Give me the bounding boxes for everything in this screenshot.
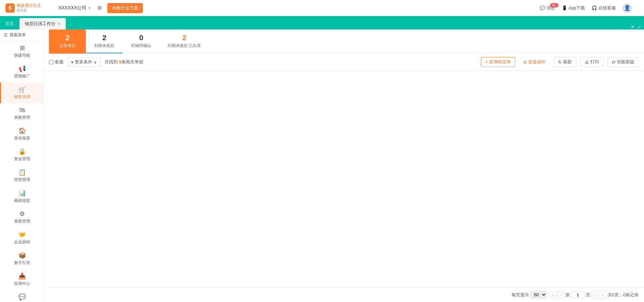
sidebar-item-label: 新手引导 xyxy=(14,260,30,266)
sidebar-item-label: 应用中心 xyxy=(14,281,30,287)
online-service-action[interactable]: 🎧 在线客服 xyxy=(592,5,616,11)
sidebar-item-corp-wechat[interactable]: 💬 企业微信 xyxy=(0,290,43,302)
new-sales-button[interactable]: + 新增销货单 xyxy=(481,57,515,67)
tab-bar: 首页 钱货日清工作台 ✕ ✕ ⤢ xyxy=(0,16,644,29)
toolbar: 全选 ▾ 更多条件 ∨ 共找到 0条相关单据 + 新增销货单 ⊞ 批量操作 ↻ … xyxy=(44,54,644,71)
switch-icon: ⇄ xyxy=(612,60,615,65)
trial-button[interactable]: 体验行业方案 xyxy=(107,3,143,13)
sidebar-item-app-center[interactable]: 📥 应用中心 xyxy=(0,269,43,290)
inventory-icon: 🏠 xyxy=(18,127,26,134)
stat-tab-wangpu[interactable]: 0 旺辅待确认 xyxy=(123,29,160,53)
operations-icon: 📋 xyxy=(18,169,26,176)
per-page-select[interactable]: 50 xyxy=(530,291,547,299)
messages-action[interactable]: 💬 消息 99+ xyxy=(540,5,555,11)
sidebar-item-beginner[interactable]: 📦 新手引导 xyxy=(0,248,43,269)
settings-icon[interactable]: ⚙ xyxy=(96,3,103,12)
sidebar-item-sales[interactable]: 🛒 销售管理 xyxy=(0,82,43,103)
sidebar-item-capital[interactable]: 🔒 资金管理 xyxy=(0,144,43,165)
stat-number-overdue: 2 xyxy=(94,34,115,42)
sidebar-item-marketing[interactable]: 📢 营销推广 xyxy=(0,62,43,82)
logo-area: 6 畅捷通好生意 标准版 xyxy=(5,3,49,13)
tab-cash-flow-label: 钱货日清工作台 xyxy=(25,21,55,27)
more-filters-button[interactable]: ▾ 更多条件 ∨ xyxy=(67,57,101,67)
tab-close-icon[interactable]: ✕ xyxy=(57,22,60,26)
refresh-button[interactable]: ↻ 刷新 xyxy=(554,57,576,67)
batch-icon: ⊞ xyxy=(523,60,527,65)
select-all-checkbox[interactable]: 全选 xyxy=(49,59,63,65)
message-icon: 💬 xyxy=(540,5,545,10)
search-menu[interactable]: ☰ 搜索菜单 xyxy=(0,29,43,41)
sidebar-item-label: 采购管理 xyxy=(14,115,30,120)
next-page-button[interactable]: › xyxy=(592,291,598,298)
stat-number-overdue-shipped: 2 xyxy=(168,34,201,42)
found-text: 共找到 0条相关单据 xyxy=(105,59,143,65)
more-filters-label: 更多条件 xyxy=(75,59,92,65)
company-name: XXXXXX公司 xyxy=(58,5,87,11)
stat-tab-overdue-shipped[interactable]: 2 到期未收款 已出库 xyxy=(160,29,209,53)
download-icon: 📱 xyxy=(562,5,567,10)
select-all-input[interactable] xyxy=(49,60,53,64)
tab-close-icon-right[interactable]: ✕ xyxy=(631,24,635,29)
avatar[interactable]: 👤 xyxy=(623,3,632,13)
sidebar-item-base-info[interactable]: 📊 基础信息 xyxy=(0,186,43,207)
page-label: 第 xyxy=(566,292,570,298)
sidebar-item-inventory[interactable]: 🏠 库存核算 xyxy=(0,124,43,144)
sidebar-item-label: 快捷导航 xyxy=(14,53,30,58)
app-center-icon: 📥 xyxy=(18,273,26,280)
system-icon: ⚙ xyxy=(19,210,25,218)
beginner-icon: 📦 xyxy=(18,252,26,259)
corp-wechat-icon: 💬 xyxy=(18,293,26,301)
stat-tab-overdue[interactable]: 2 到期未收款 xyxy=(86,29,123,53)
page-nav: « ‹ 第 页 › » 共0页，0条记录 xyxy=(549,291,639,298)
search-icon: ☰ xyxy=(4,33,8,38)
print-icon: 🖨 xyxy=(585,60,589,65)
tab-home[interactable]: 首页 xyxy=(0,18,19,29)
sidebar-item-operations[interactable]: 📋 经营管理 xyxy=(0,165,43,186)
per-page-label: 每页显示 xyxy=(512,292,529,298)
tab-cash-flow[interactable]: 钱货日清工作台 ✕ xyxy=(19,18,66,29)
tab-bar-right: ✕ ⤢ xyxy=(631,24,644,29)
chevron-down-icon: ▾ xyxy=(89,6,91,10)
batch-op-button[interactable]: ⊞ 批量操作 xyxy=(519,57,550,67)
last-page-button[interactable]: » xyxy=(599,291,606,298)
marketing-icon: 📢 xyxy=(18,65,26,72)
refresh-icon: ↻ xyxy=(558,60,562,65)
content-area: 2 全部单据 2 到期未收款 0 旺辅待确认 2 到期未收款 已出库 全选 xyxy=(44,29,644,302)
quick-nav-icon: ⊞ xyxy=(20,44,25,52)
print-button[interactable]: 🖨 打印 xyxy=(580,57,603,67)
stat-label-all: 全部单据 xyxy=(57,43,78,49)
sidebar-item-system[interactable]: ⚙ 系统管理 xyxy=(0,207,43,228)
page-input[interactable] xyxy=(571,291,585,298)
messages-badge: 99+ xyxy=(550,3,558,7)
stat-label-overdue: 到期未收款 xyxy=(94,43,115,49)
first-page-button[interactable]: « xyxy=(549,291,556,298)
tab-expand-icon[interactable]: ⤢ xyxy=(637,24,641,29)
base-info-icon: 📊 xyxy=(18,189,26,197)
app-download-action[interactable]: 📱 App下载 xyxy=(562,5,585,11)
stat-number-wangpu: 0 xyxy=(131,34,152,42)
prev-page-button[interactable]: ‹ xyxy=(558,291,564,298)
sidebar-item-label: 资金管理 xyxy=(14,156,30,162)
switch-button[interactable]: ⇄ 切换新版 xyxy=(607,57,639,67)
total-label: 共0页，0条记录 xyxy=(608,292,639,298)
sidebar-item-label: 库存核算 xyxy=(14,135,30,141)
pagination-bar: 每页显示 50 « ‹ 第 页 › » 共0页，0条记录 xyxy=(44,287,644,302)
badge-label: 标准版 xyxy=(17,8,41,13)
stat-tab-all[interactable]: 2 全部单据 xyxy=(49,29,86,54)
main-layout: ☰ 搜索菜单 ⊞ 快捷导航 📢 营销推广 🛒 销售管理 🛍 采购管理 🏠 库存核… xyxy=(0,29,644,302)
sales-icon: 🛒 xyxy=(18,86,26,93)
stat-label-wangpu: 旺辅待确认 xyxy=(131,43,152,49)
sidebar-item-purchase[interactable]: 🛍 采购管理 xyxy=(0,103,43,124)
filter-icon: ▾ xyxy=(71,60,73,65)
search-menu-label: 搜索菜单 xyxy=(10,32,26,38)
toolbar-right: + 新增销货单 ⊞ 批量操作 ↻ 刷新 🖨 打印 ⇄ 切换新版 xyxy=(481,57,639,67)
online-service-label: 在线客服 xyxy=(598,5,616,11)
capital-icon: 🔒 xyxy=(18,148,26,155)
company-selector[interactable]: XXXXXX公司 ▾ xyxy=(56,4,93,12)
sidebar-item-enterprise[interactable]: 🤝 企业协同 xyxy=(0,228,43,248)
sidebar-item-label: 营销推广 xyxy=(14,73,30,79)
app-download-label: App下载 xyxy=(569,5,585,11)
table-area xyxy=(44,71,644,287)
stats-tabs: 2 全部单据 2 到期未收款 0 旺辅待确认 2 到期未收款 已出库 xyxy=(44,29,644,54)
sidebar-item-quick-nav[interactable]: ⊞ 快捷导航 xyxy=(0,41,43,62)
